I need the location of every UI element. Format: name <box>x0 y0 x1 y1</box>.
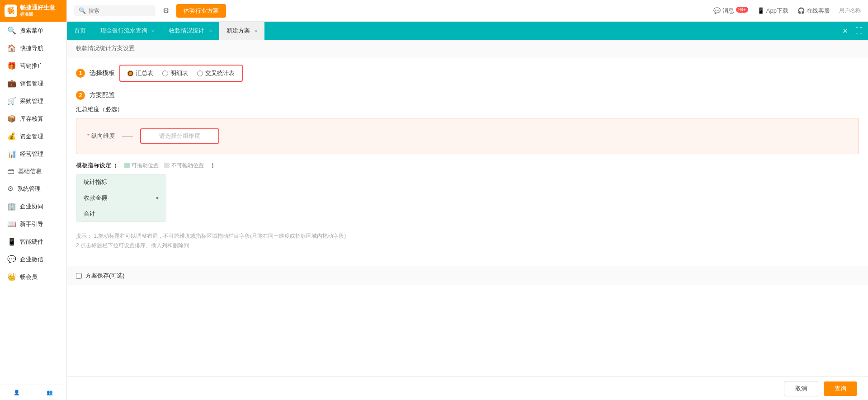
avatar-btn-1[interactable]: 👤 <box>0 385 33 400</box>
radio-summary[interactable]: 汇总表 <box>127 69 153 77</box>
sidebar-item-quicknav[interactable]: 🏠 快捷导航 <box>0 39 66 57</box>
search-box[interactable]: 🔍 <box>74 5 156 16</box>
sidebar-item-sales[interactable]: 💼 销售管理 <box>0 75 66 92</box>
legend-drag: 可拖动位置 <box>124 162 159 169</box>
step1-num: 1 <box>76 69 85 78</box>
sidebar-item-inventory[interactable]: 📦 库存核算 <box>0 110 66 127</box>
sidebar: 畅 畅捷通好生意 标准版 🔍 搜索菜单 🏠 快捷导航 🎁 营销推广 💼 销售管理… <box>0 0 67 400</box>
cancel-button[interactable]: 取消 <box>784 381 818 396</box>
notification-icon: 💬 <box>713 7 721 14</box>
step1-title: 选择模板 <box>90 69 115 77</box>
search-icon: 🔍 <box>7 26 16 35</box>
download-btn[interactable]: 📱 App下载 <box>757 7 788 15</box>
settings-icon[interactable]: ⚙ <box>163 6 169 15</box>
dimension-subsection: 汇总维度（必选） * 纵向维度 —— 请选择分组维度 <box>76 105 859 154</box>
tab-receipts[interactable]: 收款情况统计 × <box>162 22 219 40</box>
sidebar-item-member[interactable]: 👑 畅会员 <box>0 268 66 286</box>
legend-nodrag-dot <box>164 163 170 168</box>
sidebar-item-label: 基础信息 <box>18 167 42 175</box>
sidebar-item-label: 采购管理 <box>20 97 43 105</box>
save-checkbox[interactable] <box>76 273 82 279</box>
sidebar-item-label: 经营管理 <box>20 150 43 158</box>
tab-home-label: 首页 <box>74 27 86 35</box>
phone-icon: 📱 <box>7 237 16 246</box>
sidebar-item-marketing[interactable]: 🎁 营销推广 <box>0 57 66 75</box>
metrics-legend: 可拖动位置 不可拖动位置 <box>124 162 204 169</box>
page-container: 收款情况统计方案设置 1 选择模板 汇总表 <box>67 40 868 376</box>
tab-home[interactable]: 首页 <box>67 22 93 40</box>
sidebar-item-label: 系统管理 <box>17 185 41 193</box>
download-icon: 📱 <box>757 7 764 14</box>
dimension-select[interactable]: 请选择分组维度 <box>140 128 219 144</box>
radio-cross[interactable]: 交叉统计表 <box>197 69 235 77</box>
notification-badge: 99+ <box>736 7 748 13</box>
avatar-btn-2[interactable]: 👥 <box>33 385 67 400</box>
sidebar-item-enterprise[interactable]: 🏢 企业协同 <box>0 198 66 215</box>
save-section: 方案保存(可选) <box>67 266 868 285</box>
dimension-label-text: 纵向维度 <box>91 132 115 139</box>
radio-summary-input[interactable] <box>127 71 133 76</box>
sidebar-item-label: 企业协同 <box>20 202 43 211</box>
save-label[interactable]: 方案保存(可选) <box>85 272 125 280</box>
sidebar-item-system[interactable]: ⚙ 系统管理 <box>0 180 66 198</box>
chat-icon: 💬 <box>7 255 16 264</box>
sidebar-item-label: 营销推广 <box>20 62 43 70</box>
legend-drag-dot <box>124 163 130 168</box>
cart-icon: 🛒 <box>7 97 16 105</box>
main-area: 🔍 ⚙ 体验行业方案 💬 消息 99+ 📱 App下载 🎧 在线客服 用户名称 … <box>67 0 868 400</box>
radio-detail[interactable]: 明细表 <box>162 69 188 77</box>
sidebar-item-finance[interactable]: 💰 资金管理 <box>0 127 66 145</box>
tab-receipts-close[interactable]: × <box>209 28 212 33</box>
sidebar-item-hardware[interactable]: 📱 智能硬件 <box>0 233 66 250</box>
chevron-down-icon[interactable]: ▾ <box>156 195 159 201</box>
legend-nodrag-label: 不可拖动位置 <box>171 162 204 169</box>
hint-section: 提示： 1.拖动标题栏可以调整布局，不可跨维度或指标区域拖动栏目字段(只能在同一… <box>76 232 859 249</box>
sidebar-bottom: 👤 👥 <box>0 385 66 400</box>
sidebar-item-basic[interactable]: 🗃 基础信息 <box>0 163 66 180</box>
sidebar-item-purchase[interactable]: 🛒 采购管理 <box>0 92 66 110</box>
template-options-box: 汇总表 明细表 交叉统计表 <box>119 65 243 82</box>
home-icon: 🏠 <box>7 44 16 52</box>
legend-nodrag: 不可拖动位置 <box>164 162 204 169</box>
sidebar-item-label: 销售管理 <box>20 80 43 88</box>
money-icon: 💰 <box>7 132 16 141</box>
dimension-title-text: 汇总维度（必选） <box>76 106 123 113</box>
metrics-table: 统计指标 收款金额 ▾ 合计 <box>76 174 166 222</box>
service-btn[interactable]: 🎧 在线客服 <box>797 7 830 15</box>
notification-btn[interactable]: 💬 消息 99+ <box>713 7 748 15</box>
download-label: App下载 <box>766 7 788 15</box>
query-button[interactable]: 查询 <box>824 381 857 396</box>
required-mark: * <box>87 132 90 139</box>
radio-cross-input[interactable] <box>197 71 203 76</box>
sidebar-item-newguide[interactable]: 📖 新手引导 <box>0 215 66 233</box>
tab-newplan[interactable]: 新建方案 × <box>219 22 264 40</box>
tab-newplan-label: 新建方案 <box>226 27 250 35</box>
trial-button[interactable]: 体验行业方案 <box>176 4 226 18</box>
briefcase-icon: 💼 <box>7 79 16 88</box>
logo-text: 畅捷通好生意 <box>20 4 55 11</box>
radio-detail-input[interactable] <box>162 71 168 76</box>
sidebar-item-label: 新手引导 <box>20 220 43 228</box>
service-label: 在线客服 <box>807 7 830 15</box>
step2-section: 2 方案配置 汇总维度（必选） * 纵向维度 <box>76 91 859 249</box>
sidebar-logo: 畅 畅捷通好生意 标准版 <box>0 0 66 22</box>
hint-text-2: 2.点击标题栏下拉可设置排序、插入列和删除列 <box>76 242 859 249</box>
sidebar-item-search[interactable]: 🔍 搜索菜单 <box>0 22 66 39</box>
metrics-section-label-end: ） <box>211 161 217 169</box>
tab-close-all-icon[interactable]: ✕ <box>840 25 850 37</box>
dimension-arrow: —— <box>122 133 133 139</box>
footer: 取消 查询 <box>67 376 868 400</box>
service-icon: 🎧 <box>797 7 805 14</box>
radio-summary-label: 汇总表 <box>136 69 153 77</box>
metrics-table-total: 合计 <box>76 206 166 221</box>
tab-expand-icon[interactable]: ⛶ <box>854 25 864 37</box>
sidebar-item-label: 畅会员 <box>20 273 38 281</box>
metrics-table-row[interactable]: 收款金额 ▾ <box>76 190 166 206</box>
tabbar: 首页 现金银行流水查询 × 收款情况统计 × 新建方案 × ✕ ⛶ <box>67 22 868 40</box>
search-input[interactable] <box>89 8 143 14</box>
tab-bank[interactable]: 现金银行流水查询 × <box>93 22 162 40</box>
sidebar-item-wechat[interactable]: 💬 企业微信 <box>0 250 66 268</box>
sidebar-item-operation[interactable]: 📊 经营管理 <box>0 145 66 163</box>
tab-newplan-close[interactable]: × <box>255 28 257 33</box>
tab-bank-close[interactable]: × <box>152 28 155 33</box>
